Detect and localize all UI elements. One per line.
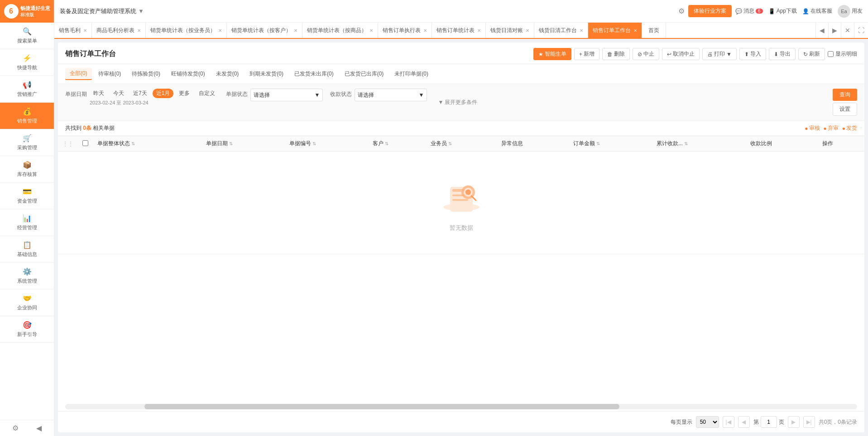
tab-close-5[interactable]: ✕ <box>423 28 427 33</box>
date-option-4[interactable]: 更多 <box>175 89 193 98</box>
sidebar-item-1[interactable]: ⚡ 快捷导航 <box>0 49 54 76</box>
sidebar-item-7[interactable]: 📊 经营管理 <box>0 209 54 236</box>
tab-close-7[interactable]: ✕ <box>294 28 297 33</box>
query-btn[interactable]: 查询 <box>833 89 857 101</box>
tab-close-all-btn[interactable]: ✕ <box>841 23 854 38</box>
col-header-7[interactable]: 累计收款... ⇅ <box>652 136 746 152</box>
sidebar-item-6[interactable]: 💳 资金管理 <box>0 183 54 209</box>
col-header-3[interactable]: 客户 ⇅ <box>368 136 426 152</box>
tab-close-10[interactable]: ✕ <box>83 28 87 33</box>
tab-maximize-btn[interactable]: ⛶ <box>854 23 868 38</box>
tab-9[interactable]: 商品毛利分析表✕ <box>92 23 146 38</box>
cancel-stop-btn[interactable]: ↩ 取消中止 <box>662 48 700 60</box>
message-btn[interactable]: 💬 消息 6 <box>735 7 763 15</box>
sidebar-item-10[interactable]: 🤝 企业协同 <box>0 289 54 316</box>
date-option-1[interactable]: 今天 <box>110 89 128 98</box>
tab-3[interactable]: 钱货日清对账✕ <box>486 23 534 38</box>
tab-7[interactable]: 销货单统计表（按客户）✕ <box>227 23 302 38</box>
filter-tab-3[interactable]: 旺铺待发货(0) <box>167 68 210 80</box>
tab-close-1[interactable]: ✕ <box>633 28 637 33</box>
tab-6[interactable]: 销货单统计表（按商品）✕ <box>302 23 378 38</box>
prev-page-btn[interactable]: ◀ <box>738 416 750 428</box>
date-option-0[interactable]: 昨天 <box>90 89 108 98</box>
ship-action-btn[interactable]: ● 发货 <box>842 124 857 132</box>
tab-close-3[interactable]: ✕ <box>526 28 529 33</box>
next-page-btn[interactable]: ▶ <box>788 416 800 428</box>
col-header-1[interactable]: 单据日期 ⇅ <box>201 136 285 152</box>
system-title: 装备及固定资产辅助管理系统 ▼ <box>60 7 675 15</box>
date-option-2[interactable]: 近7天 <box>129 89 151 98</box>
export-btn[interactable]: ⬇ 导出 <box>769 48 796 60</box>
per-page-select[interactable]: 20 50 100 200 <box>696 416 719 428</box>
cancel-review-action-btn[interactable]: ● 弃审 <box>824 124 839 132</box>
import-btn[interactable]: ⬆ 导入 <box>739 48 766 60</box>
last-page-btn[interactable]: ▶| <box>803 416 815 428</box>
show-detail-checkbox-label[interactable]: 显示明细 <box>828 50 857 58</box>
tab-1[interactable]: 销售订单工作台✕ <box>588 23 642 38</box>
show-detail-checkbox[interactable] <box>828 51 834 57</box>
table-scroll-area[interactable]: ⋮⋮ 单据整体状态 ⇅单据日期 ⇅单据编号 ⇅客户 ⇅业务员 ⇅异常信息订单金额… <box>58 136 864 402</box>
system-dropdown-icon[interactable]: ▼ <box>138 8 144 14</box>
sidebar-item-4[interactable]: 🛒 采购管理 <box>0 129 54 156</box>
date-option-3[interactable]: 近1月 <box>153 89 174 98</box>
delete-btn[interactable]: 🗑 删除 <box>602 48 630 60</box>
sidebar-item-9[interactable]: ⚙️ 系统管理 <box>0 263 54 289</box>
filter-tab-1[interactable]: 待审核(0) <box>94 68 126 80</box>
tab-close-6[interactable]: ✕ <box>369 28 373 33</box>
tab-close-9[interactable]: ✕ <box>137 28 141 33</box>
tab-10[interactable]: 销售毛利✕ <box>54 23 92 38</box>
add-btn[interactable]: + 新增 <box>574 48 599 60</box>
filter-tab-7[interactable]: 已发货已出库(0) <box>340 68 388 80</box>
app-download-btn[interactable]: 📱 App下载 <box>768 7 797 15</box>
filter-tab-2[interactable]: 待拣验货(0) <box>127 68 165 80</box>
user-menu[interactable]: Ea 用友 <box>838 5 863 18</box>
page-input[interactable] <box>761 416 777 428</box>
sidebar-item-11[interactable]: 🎯 新手引导 <box>0 316 54 343</box>
first-page-btn[interactable]: |◀ <box>723 416 734 428</box>
col-header-6[interactable]: 订单金额 ⇅ <box>569 136 652 152</box>
select-all-checkbox[interactable] <box>82 140 88 146</box>
topbar-gear-icon[interactable]: ⚙ <box>678 7 685 15</box>
sidebar-item-0[interactable]: 🔍 搜索菜单 <box>0 23 54 49</box>
settings-icon[interactable]: ⚙ <box>12 424 19 432</box>
tab-prev-btn[interactable]: ◀ <box>815 23 828 38</box>
tab-close-8[interactable]: ✕ <box>218 28 222 33</box>
tab-next-btn[interactable]: ▶ <box>828 23 841 38</box>
tab-label-4: 销售订单统计表 <box>436 27 475 34</box>
horizontal-scrollbar[interactable] <box>65 404 857 409</box>
sidebar-item-3[interactable]: 💰 销售管理 <box>0 103 54 129</box>
filter-tab-0[interactable]: 全部(0) <box>65 68 92 80</box>
sidebar-item-2[interactable]: 📢 营销推广 <box>0 76 54 103</box>
col-header-2[interactable]: 单据编号 ⇅ <box>285 136 368 152</box>
industry-btn[interactable]: 体验行业方案 <box>688 5 732 17</box>
smart-create-btn[interactable]: ★ 智能生单 <box>533 48 571 60</box>
tab-close-4[interactable]: ✕ <box>477 28 481 33</box>
date-option-5[interactable]: 自定义 <box>195 89 219 98</box>
online-service-btn[interactable]: 👤 在线客服 <box>802 7 832 15</box>
payment-select[interactable]: 请选择 ▼ <box>355 89 427 101</box>
filter-settings-btn[interactable]: 设置 <box>833 103 857 116</box>
filter-tab-4[interactable]: 未发货(0) <box>211 68 244 80</box>
filter-tab-5[interactable]: 到期未发货(0) <box>245 68 288 80</box>
col-header-0[interactable]: 单据整体状态 ⇅ <box>93 136 201 152</box>
tab-8[interactable]: 销货单统计表（按业务员）✕ <box>146 23 227 38</box>
expand-btn[interactable]: ▼ 展开更多条件 <box>434 97 481 108</box>
tab-4[interactable]: 销售订单统计表✕ <box>432 23 486 38</box>
col-checkbox-header[interactable] <box>78 136 93 152</box>
collapse-icon[interactable]: ◀ <box>36 424 42 432</box>
filter-tab-8[interactable]: 未打印单据(0) <box>390 68 433 80</box>
stop-btn[interactable]: ⊘ 中止 <box>633 48 659 60</box>
filter-tab-6[interactable]: 已发货未出库(0) <box>290 68 338 80</box>
tab-0[interactable]: 首页 <box>642 23 666 38</box>
col-header-4[interactable]: 业务员 ⇅ <box>426 136 497 152</box>
status-select[interactable]: 请选择 ▼ <box>250 89 323 101</box>
col-header-8: 收款比例 <box>746 136 818 152</box>
review-action-btn[interactable]: ● 审核 <box>805 124 820 132</box>
tab-5[interactable]: 销售订单执行表✕ <box>378 23 432 38</box>
sidebar-item-5[interactable]: 📦 库存核算 <box>0 156 54 183</box>
print-btn[interactable]: 🖨 打印 ▼ <box>702 48 737 60</box>
tab-2[interactable]: 钱货日清工作台✕ <box>534 23 588 38</box>
refresh-btn[interactable]: ↻ 刷新 <box>798 48 825 60</box>
sidebar-item-8[interactable]: 📋 基础信息 <box>0 236 54 263</box>
tab-close-2[interactable]: ✕ <box>580 28 583 33</box>
